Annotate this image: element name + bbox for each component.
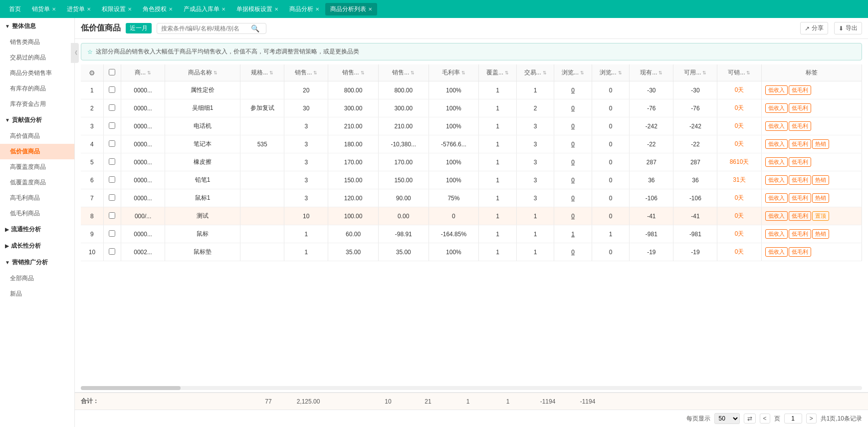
- nav-close-product[interactable]: ✕: [221, 6, 225, 12]
- page-input[interactable]: [784, 414, 802, 424]
- cell-checkbox[interactable]: [103, 135, 121, 153]
- nav-template[interactable]: 单据模板设置 ✕: [231, 3, 283, 15]
- settings-icon[interactable]: ⚙: [89, 69, 95, 77]
- first-page-button[interactable]: ⇄: [744, 414, 756, 424]
- browse1-link[interactable]: 0: [571, 177, 575, 184]
- sidebar-item-high-margin[interactable]: 高毛利商品: [0, 190, 74, 206]
- cell-checkbox[interactable]: [103, 171, 121, 189]
- th-name[interactable]: 商品名称⇅: [165, 64, 240, 81]
- cell-browse1[interactable]: 0: [554, 189, 592, 207]
- cell-checkbox[interactable]: [103, 99, 121, 117]
- row-checkbox[interactable]: [109, 104, 115, 111]
- cell-checkbox[interactable]: [103, 81, 121, 99]
- nav-close-template[interactable]: ✕: [274, 6, 278, 12]
- cell-browse1[interactable]: 0: [554, 99, 592, 117]
- row-checkbox[interactable]: [109, 248, 115, 255]
- nav-close-permission[interactable]: ✕: [128, 6, 132, 12]
- sidebar-group-contribution[interactable]: ▼ 贡献值分析: [0, 112, 74, 128]
- th-sales-qty[interactable]: 销售...⇅: [284, 64, 328, 81]
- row-checkbox[interactable]: [109, 212, 115, 219]
- th-browse2[interactable]: 浏览...⇅: [592, 64, 630, 81]
- search-input[interactable]: [161, 25, 251, 32]
- th-days[interactable]: 可销...⇅: [717, 64, 761, 81]
- cell-browse1[interactable]: 0: [554, 81, 592, 99]
- th-sales-amount[interactable]: 销售...⇅: [378, 64, 429, 81]
- nav-close-purchase[interactable]: ✕: [87, 6, 91, 12]
- th-code[interactable]: 商...⇅: [121, 64, 165, 81]
- select-all-checkbox[interactable]: [109, 69, 115, 75]
- export-button[interactable]: ⬇ 导出: [834, 22, 862, 34]
- browse1-link[interactable]: 0: [571, 159, 575, 166]
- sidebar-group-overview[interactable]: ▼ 整体信息: [0, 18, 74, 34]
- row-checkbox[interactable]: [109, 194, 115, 201]
- next-page-button[interactable]: >: [806, 414, 817, 424]
- sidebar-item-stocked-goods[interactable]: 有库存的商品: [0, 81, 74, 96]
- cell-browse1[interactable]: 0: [554, 117, 592, 135]
- prev-page-button[interactable]: <: [760, 414, 770, 424]
- row-checkbox[interactable]: [109, 158, 115, 165]
- th-stock[interactable]: 现有...⇅: [630, 64, 673, 81]
- browse1-link[interactable]: 0: [571, 87, 575, 94]
- filter-tag-month[interactable]: 近一月: [126, 23, 152, 33]
- sidebar-item-high-value[interactable]: 高价值商品: [0, 128, 74, 144]
- sidebar-item-low-coverage[interactable]: 低覆盖度商品: [0, 175, 74, 190]
- scrollbar-thumb[interactable]: [81, 386, 181, 390]
- browse1-link[interactable]: 0: [571, 123, 575, 130]
- row-checkbox[interactable]: [109, 86, 115, 93]
- sidebar-collapse-button[interactable]: 《: [71, 43, 79, 63]
- per-page-select[interactable]: 50 20 100: [714, 413, 740, 424]
- browse1-link[interactable]: 0: [571, 213, 575, 220]
- browse1-link[interactable]: 0: [571, 105, 575, 112]
- cell-browse1[interactable]: 0: [554, 171, 592, 189]
- cell-checkbox[interactable]: [103, 243, 121, 261]
- nav-goods-analysis[interactable]: 商品分析 ✕: [284, 3, 324, 15]
- sidebar-item-sales-goods[interactable]: 销售类商品: [0, 34, 74, 50]
- sidebar-item-all-goods[interactable]: 全部商品: [0, 271, 74, 286]
- th-margin[interactable]: 毛利率⇅: [429, 64, 479, 81]
- browse1-link[interactable]: 0: [571, 195, 575, 202]
- th-spec[interactable]: 规格...⇅: [240, 64, 284, 81]
- cell-checkbox[interactable]: [103, 153, 121, 171]
- nav-goods-analysis-list[interactable]: 商品分析列表 ✕: [325, 3, 377, 15]
- nav-role-auth[interactable]: 角色授权 ✕: [138, 3, 178, 15]
- cell-checkbox[interactable]: [103, 189, 121, 207]
- sidebar-group-growth[interactable]: ▶ 成长性分析: [0, 238, 74, 254]
- th-browse1[interactable]: 浏览...⇅: [554, 64, 592, 81]
- th-coverage[interactable]: 覆盖...⇅: [479, 64, 517, 81]
- nav-close-goods[interactable]: ✕: [315, 6, 319, 12]
- sidebar-item-category-rate[interactable]: 商品分类销售率: [0, 65, 74, 81]
- cell-browse1[interactable]: 0: [554, 207, 592, 225]
- row-checkbox[interactable]: [109, 122, 115, 129]
- cell-browse1[interactable]: 0: [554, 243, 592, 261]
- horizontal-scrollbar[interactable]: [81, 386, 862, 390]
- row-checkbox[interactable]: [109, 230, 115, 237]
- row-checkbox[interactable]: [109, 176, 115, 183]
- share-button[interactable]: ↗ 分享: [800, 22, 828, 34]
- nav-home[interactable]: 首页: [4, 3, 26, 15]
- sidebar-item-inventory-capital[interactable]: 库存资金占用: [0, 96, 74, 112]
- nav-product-inbound[interactable]: 产成品入库单 ✕: [179, 3, 230, 15]
- nav-permission[interactable]: 权限设置 ✕: [97, 3, 137, 15]
- sidebar-group-circulation[interactable]: ▶ 流通性分析: [0, 221, 74, 238]
- browse1-link[interactable]: 0: [571, 249, 575, 256]
- cell-checkbox[interactable]: [103, 225, 121, 243]
- search-icon[interactable]: 🔍: [251, 24, 259, 32]
- cell-browse1[interactable]: 0: [554, 153, 592, 171]
- browse1-link[interactable]: 0: [571, 141, 575, 148]
- cell-browse1[interactable]: 0: [554, 135, 592, 153]
- sidebar-group-marketing[interactable]: ▼ 营销推广分析: [0, 254, 74, 271]
- nav-close-sales[interactable]: ✕: [52, 6, 56, 12]
- nav-close-goods-list[interactable]: ✕: [368, 6, 372, 12]
- sidebar-item-new-goods[interactable]: 新品: [0, 286, 74, 302]
- cell-checkbox[interactable]: [103, 117, 121, 135]
- row-checkbox[interactable]: [109, 140, 115, 147]
- browse1-link[interactable]: 1: [571, 231, 575, 238]
- cell-checkbox[interactable]: [103, 207, 121, 225]
- th-sales-price[interactable]: 销售...⇅: [328, 64, 379, 81]
- nav-close-role[interactable]: ✕: [169, 6, 173, 12]
- sidebar-item-traded-goods[interactable]: 交易过的商品: [0, 50, 74, 65]
- th-avail[interactable]: 可用...⇅: [673, 64, 717, 81]
- nav-sales-order[interactable]: 销货单 ✕: [27, 3, 61, 15]
- cell-browse1[interactable]: 1: [554, 225, 592, 243]
- nav-purchase-order[interactable]: 进货单 ✕: [62, 3, 96, 15]
